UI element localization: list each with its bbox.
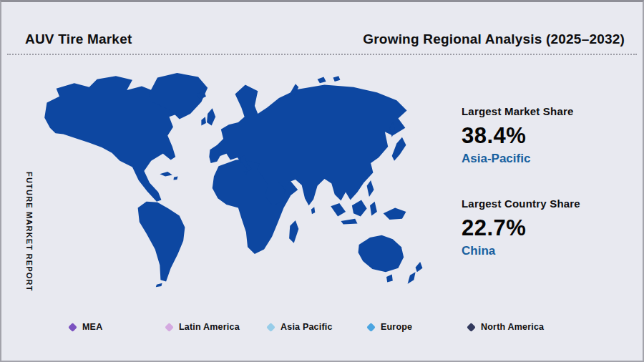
legend-diamond-icon	[366, 323, 376, 332]
stat-region: Asia-Pacific	[462, 152, 633, 166]
stat-market-share: Largest Market Share 38.4% Asia-Pacific	[462, 105, 633, 166]
world-map	[43, 69, 435, 290]
stat-country-share: Largest Country Share 22.7% China	[462, 197, 633, 258]
vertical-brand-text: FUTURE MARKET REPORT	[21, 169, 38, 295]
legend-item-mea: MEA	[69, 322, 102, 332]
world-map-svg	[43, 69, 435, 290]
stat-value: 22.7%	[462, 215, 633, 241]
legend-label: Asia Pacific	[280, 322, 333, 332]
legend-label: North America	[481, 322, 544, 332]
report-subtitle: Growing Regional Analysis (2025–2032)	[363, 31, 625, 47]
legend-label: Latin America	[179, 322, 240, 332]
legend-item-latin-america: Latin America	[166, 322, 240, 332]
stat-region: China	[462, 244, 633, 258]
legend-diamond-icon	[165, 323, 174, 332]
stat-label: Largest Market Share	[462, 105, 633, 117]
infographic-canvas: AUV Tire Market Growing Regional Analysi…	[0, 0, 644, 362]
continents	[44, 73, 422, 287]
page-title: AUV Tire Market	[25, 31, 132, 47]
stat-label: Largest Country Share	[462, 197, 633, 210]
stat-value: 38.4%	[462, 123, 633, 149]
legend-item-north-america: North America	[468, 322, 544, 332]
legend-item-asia-pacific: Asia Pacific	[268, 322, 333, 332]
dotted-separator	[7, 54, 637, 55]
legend-diamond-icon	[467, 323, 476, 332]
map-legend: MEA Latin America Asia Pacific Europe No…	[1, 322, 644, 336]
legend-label: Europe	[381, 322, 412, 332]
legend-diamond-icon	[68, 323, 77, 332]
stats-panel: Largest Market Share 38.4% Asia-Pacific …	[462, 105, 633, 258]
legend-item-europe: Europe	[368, 322, 412, 332]
legend-diamond-icon	[266, 323, 275, 332]
legend-label: MEA	[82, 322, 102, 332]
